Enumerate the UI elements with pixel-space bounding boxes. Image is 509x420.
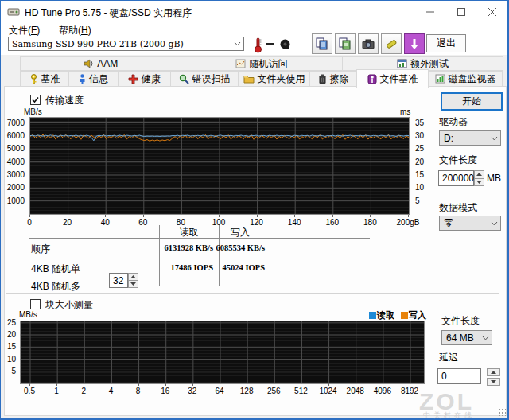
file-length-input[interactable]: 200000 <box>438 170 474 186</box>
zol-watermark-text: 中关村在线 <box>423 410 475 420</box>
spinner-down-icon[interactable] <box>128 281 138 288</box>
tab-row-primary: 基准 信息 健康 错误扫描 文件夹使用 擦除 文件基准 磁盘监视器 <box>20 71 503 87</box>
read-legend-swatch <box>369 312 376 319</box>
read-legend-label: 读取 <box>377 309 394 321</box>
save-results-button[interactable] <box>404 33 425 54</box>
section-separator <box>6 293 499 294</box>
toolbar: Samsung SSD 990 PRO 2TB (2000 gB) 退出 <box>1 36 507 55</box>
queue-depth-spinner[interactable] <box>128 273 138 288</box>
drive-select[interactable]: Samsung SSD 990 PRO 2TB (2000 gB) <box>8 37 244 51</box>
app-icon <box>7 6 20 18</box>
table-divider-2 <box>219 225 220 286</box>
tab-erase[interactable]: 擦除 <box>310 71 357 87</box>
y-axis-unit-left: MB/s <box>24 107 42 116</box>
tab-aam[interactable]: AAM <box>20 56 181 71</box>
x-axis-ticks: 020406080100120140160180200gB <box>29 218 410 228</box>
health-cross-icon <box>128 74 138 84</box>
sequential-read-value: 6131928 KB/s <box>164 243 213 252</box>
block-size-chart <box>20 321 425 384</box>
sequential-write-value: 6085534 KB/s <box>216 243 265 252</box>
y-axis-unit-2: MB/s <box>19 310 37 319</box>
close-button[interactable] <box>476 1 507 23</box>
spinner-up-icon[interactable] <box>128 273 138 281</box>
chevron-down-icon <box>488 136 500 141</box>
drive-dropdown[interactable]: D: <box>439 130 501 146</box>
spinner-down-icon[interactable] <box>487 378 500 386</box>
delay-spinner[interactable] <box>487 368 500 386</box>
drive-label: 驱动器 <box>439 115 468 129</box>
transfer-speed-checkbox[interactable] <box>30 95 41 105</box>
data-mode-label: 数据模式 <box>439 201 477 215</box>
block-size-label: 块大小测量 <box>45 298 93 312</box>
file-length-label-2: 文件长度 <box>441 314 480 328</box>
write-legend-label: 写入 <box>409 309 426 321</box>
chevron-down-icon <box>231 41 243 46</box>
highlight-button[interactable] <box>381 33 402 54</box>
random-single-write-value: 45024 IOPS <box>223 263 265 272</box>
spinner-down-icon[interactable] <box>474 179 484 187</box>
titlebar: HD Tune Pro 5.75 - 硬盘/SSD 实用程序 <box>1 1 507 23</box>
left-axis-ticks: 1000200030004000500060007000 <box>5 117 26 215</box>
file-benchmark-page: 传输速度 MB/s ms 100020003000400050006000700… <box>4 86 507 416</box>
tab-folder-usage[interactable]: 文件夹使用 <box>239 71 310 87</box>
row-label-sequential: 顺序 <box>31 243 50 256</box>
magnifier-icon <box>179 74 189 84</box>
tab-disk-monitor[interactable]: 磁盘监视器 <box>429 71 503 87</box>
x-axis-ticks-2: 0.512481632641282565121024204840968192 <box>20 387 425 396</box>
row-label-4kb-multi: 4KB 随机多 <box>31 280 80 294</box>
row-label-4kb-single: 4KB 随机单 <box>31 262 80 276</box>
disk-monitor-icon <box>435 74 445 84</box>
delay-input[interactable]: 0 <box>437 368 481 384</box>
file-length-unit: MB <box>487 173 501 184</box>
tab-random-access[interactable]: 随机访问 <box>181 56 342 71</box>
screenshot-button[interactable] <box>358 33 379 54</box>
maximize-button[interactable] <box>445 1 476 23</box>
block-size-checkbox[interactable] <box>30 299 41 309</box>
transfer-speed-chart <box>29 117 410 215</box>
disk-status-icon <box>279 38 291 50</box>
exit-button[interactable]: 退出 <box>426 34 466 52</box>
benchmark-icon <box>29 74 38 84</box>
chevron-down-icon <box>479 336 492 340</box>
tab-health[interactable]: 健康 <box>119 71 171 87</box>
table-header-rule <box>29 238 370 239</box>
spinner-up-icon[interactable] <box>474 170 484 179</box>
write-legend-swatch <box>401 312 408 319</box>
file-length-spinner[interactable] <box>474 170 484 186</box>
y-axis-unit-right: ms <box>400 107 410 116</box>
tab-error-scan[interactable]: 错误扫描 <box>171 71 239 87</box>
speaker-icon <box>84 59 94 68</box>
file-benchmark-icon <box>367 74 377 84</box>
file-length-dropdown-2[interactable]: 64 MB <box>441 330 492 345</box>
right-axis-ticks: 5101520253035 <box>412 117 431 215</box>
start-button[interactable]: 开始 <box>441 92 503 111</box>
copy-image-button[interactable] <box>335 33 356 54</box>
tab-file-benchmark[interactable]: 文件基准 <box>356 69 429 88</box>
info-icon <box>79 74 86 84</box>
file-length-label: 文件长度 <box>439 154 477 167</box>
app-window: HD Tune Pro 5.75 - 硬盘/SSD 实用程序 文件(F) 帮助(… <box>0 0 509 420</box>
temperature-value <box>266 43 274 45</box>
folder-icon <box>243 74 254 84</box>
queue-depth-input[interactable]: 32 <box>109 273 128 288</box>
random-access-icon <box>235 59 246 68</box>
tab-benchmark[interactable]: 基准 <box>20 71 69 87</box>
extra-tests-icon <box>397 59 407 68</box>
trash-icon <box>318 74 327 84</box>
resize-grip[interactable] <box>498 408 506 416</box>
delay-label: 延迟 <box>439 351 458 364</box>
random-single-read-value: 17486 IOPS <box>171 263 213 272</box>
data-mode-dropdown[interactable]: 零 <box>439 216 501 231</box>
spinner-up-icon[interactable] <box>487 368 500 376</box>
chevron-down-icon <box>488 221 500 226</box>
left-axis-ticks-2: 510152025 <box>5 321 17 384</box>
tab-row-secondary: AAM 随机访问 额外测试 <box>20 56 503 71</box>
chart-legend: 读取 写入 <box>363 309 426 321</box>
tab-info[interactable]: 信息 <box>69 71 119 87</box>
copy-text-button[interactable] <box>312 33 332 54</box>
temperature-icon <box>254 37 262 53</box>
transfer-speed-label: 传输速度 <box>45 94 84 107</box>
minimize-button[interactable] <box>414 1 445 23</box>
window-title: HD Tune Pro 5.75 - 硬盘/SSD 实用程序 <box>25 6 192 20</box>
